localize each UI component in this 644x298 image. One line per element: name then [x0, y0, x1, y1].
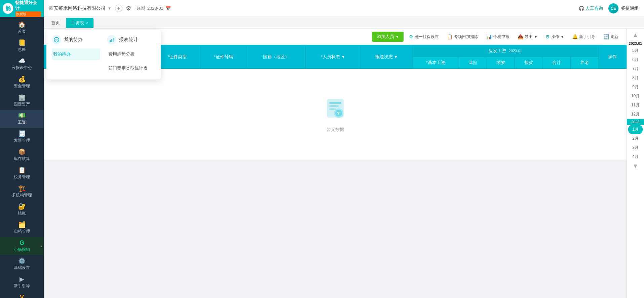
month-4[interactable]: 4月 [627, 152, 644, 161]
sidebar-item-fixed-assets[interactable]: 🏢 固定资产 [0, 92, 44, 110]
assets-icon: 🏢 [18, 94, 26, 100]
popup-item-cost-trend[interactable]: 费用趋势分析 [107, 48, 155, 60]
sidebar-item-home[interactable]: 🏠 首页 [0, 19, 44, 37]
sidebar-label-xiaochang: 小畅报销 [14, 247, 30, 253]
export-arrow-icon: ▼ [534, 35, 537, 39]
sidebar-label-cloud: 云报表中心 [12, 65, 32, 71]
inventory-icon: 📦 [18, 149, 26, 155]
sidebar-item-archive[interactable]: 🗂️ 归档管理 [0, 219, 44, 237]
wage-icon: 💵 [18, 112, 26, 119]
social-insurance-action[interactable]: ⚙ 统一社保设置 [406, 33, 442, 41]
personal-tax-action[interactable]: 📊 个税申报 [484, 33, 512, 41]
sidebar-item-general-ledger[interactable]: 📒 总账 [0, 37, 44, 55]
month-nav-down[interactable]: ▼ [631, 161, 640, 171]
sidebar-item-member[interactable]: V 畅会员 [0, 292, 44, 298]
col-basic-wage-label: *基本工资 [426, 60, 445, 65]
tabs-bar: 首页 工资表 × [44, 17, 644, 29]
tab-home[interactable]: 首页 [46, 18, 65, 28]
special-deduction-label: 专项附加扣除 [454, 34, 478, 40]
add-person-button[interactable]: 添加人员 ▼ [372, 32, 404, 42]
popup-section-reports-title: 报表统计 [119, 37, 138, 43]
special-deduction-action[interactable]: 📋 专项附加扣除 [444, 33, 481, 41]
svg-rect-3 [329, 108, 336, 110]
sidebar-item-xiaochang[interactable]: G 小畅报销 ‹ [0, 237, 44, 255]
sidebar-item-cloud-reports[interactable]: ☁️ 云报表中心 [0, 55, 44, 73]
month-3[interactable]: 3月 [627, 143, 644, 152]
empty-row: ? 暂无数据 [44, 69, 627, 160]
company-selector[interactable]: 西安虾米网络科技有限公司 ▼ [49, 5, 112, 11]
operation-action[interactable]: ⚙ 操作 ▼ [543, 33, 567, 41]
sidebar: 畅 畅捷通好会计 旗舰版 🏠 首页 📒 总账 ☁️ 云报表中心 💰 资金管理 🏢… [0, 0, 44, 298]
month-nav-up[interactable]: ▲ [631, 30, 640, 40]
sidebar-item-tax[interactable]: 📋 税务管理 [0, 164, 44, 183]
col-bonus-label: 绩效 [496, 60, 505, 65]
popup-item-my-todo[interactable]: 我的待办 [52, 48, 100, 60]
sidebar-label-org: 多机构管理 [12, 192, 32, 198]
topbar-right: 🎧 人工咨询 CE 畅捷通组 [579, 3, 639, 13]
sidebar-item-wage[interactable]: 💵 工资 [0, 110, 44, 128]
month-6[interactable]: 6月 [627, 55, 644, 64]
popup-section-reports-header: 报表统计 [107, 35, 155, 44]
calendar-icon[interactable]: 📅 [165, 6, 171, 11]
app-logo: 畅 畅捷通好会计 旗舰版 [0, 0, 44, 17]
guide-action[interactable]: 🔔 新手引导 [569, 33, 598, 41]
refresh-icon: 🔄 [603, 34, 609, 39]
settings-button[interactable]: ⚙ [126, 5, 131, 12]
export-action[interactable]: 📤 导出 ▼ [515, 33, 540, 41]
month-7[interactable]: 7月 [627, 64, 644, 73]
sidebar-label-archive: 归档管理 [14, 229, 30, 234]
col-report-status: 报送状态 ▼ [361, 45, 413, 69]
tab-close-icon[interactable]: × [86, 21, 88, 25]
service-button[interactable]: 🎧 人工咨询 [579, 5, 603, 11]
sidebar-label-guide: 新手引导 [14, 283, 30, 289]
col-deduct: 扣款 [515, 57, 542, 69]
add-company-button[interactable]: + [115, 5, 122, 12]
personal-tax-icon: 📊 [486, 34, 492, 39]
sidebar-item-fund[interactable]: 💰 资金管理 [0, 73, 44, 92]
year-2023-label: 2023 [627, 119, 644, 125]
todo-section-icon [52, 35, 61, 44]
sidebar-item-basic-settings[interactable]: ⚙️ 基础设置 [0, 255, 44, 273]
month-8[interactable]: 8月 [627, 73, 644, 82]
social-insurance-label: 统一社保设置 [415, 34, 439, 40]
archive-icon: 🗂️ [18, 222, 26, 228]
tab-wage-table[interactable]: 工资表 × [66, 18, 93, 28]
sidebar-label-wage: 工资 [18, 120, 26, 125]
sidebar-label-ledger: 总账 [18, 47, 26, 53]
svg-rect-9 [111, 39, 112, 42]
month-2[interactable]: 2月 [627, 134, 644, 143]
user-name: 畅捷通组 [621, 5, 639, 11]
empty-text: 暂无数据 [327, 127, 344, 133]
guide-label: 新手引导 [579, 34, 595, 40]
my-todo-label: 我的待办 [53, 51, 71, 57]
month-9[interactable]: 9月 [627, 82, 644, 92]
col-nationality-label: 国籍（地区） [263, 54, 289, 59]
sidebar-item-invoice[interactable]: 🧾 发票管理 [0, 128, 44, 146]
col-operation-label: 操作 [608, 54, 617, 59]
popup-item-dept-cost[interactable]: 部门费用类型统计表 [107, 63, 155, 74]
month-5[interactable]: 5月 [627, 46, 644, 55]
sidebar-item-new-guide[interactable]: ▶ 新手引导 [0, 273, 44, 292]
operation-arrow-icon: ▼ [561, 35, 564, 39]
refresh-action[interactable]: 🔄 刷新 [601, 33, 621, 41]
person-status-filter-icon[interactable]: ▼ [341, 55, 345, 59]
empty-state: ? 暂无数据 [44, 69, 627, 160]
month-10[interactable]: 10月 [627, 92, 644, 101]
sidebar-item-multi-org[interactable]: 🏗️ 多机构管理 [0, 183, 44, 201]
operation-icon: ⚙ [545, 34, 550, 39]
month-1[interactable]: 1月 [628, 125, 643, 134]
settings-icon: ⚙️ [18, 258, 26, 264]
period-value: 2023-01 [147, 6, 163, 11]
sidebar-item-closing[interactable]: 🔐 结账 [0, 201, 44, 219]
month-11[interactable]: 11月 [627, 101, 644, 110]
sidebar-label-home: 首页 [18, 29, 26, 34]
sidebar-item-inventory[interactable]: 📦 库存核算 [0, 146, 44, 164]
svg-text:?: ? [337, 111, 340, 116]
add-person-label: 添加人员 [377, 34, 394, 40]
period-label: 账期 [137, 5, 145, 11]
dropdown-popup: 我的待办 我的待办 报表统计 费用趋势分析 [46, 30, 161, 79]
month-12[interactable]: 12月 [627, 110, 644, 119]
user-menu[interactable]: CE 畅捷通组 [608, 3, 639, 13]
col-subsidy: 津贴 [459, 57, 487, 69]
report-status-filter-icon[interactable]: ▼ [394, 55, 398, 59]
